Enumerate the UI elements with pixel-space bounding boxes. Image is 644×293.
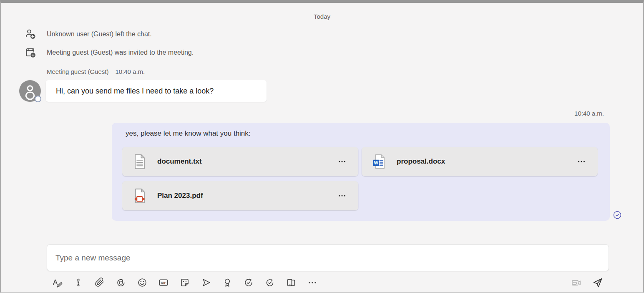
stream-icon[interactable] [200,276,211,289]
video-clip-icon[interactable] [571,276,582,289]
file-more-options-icon[interactable] [574,154,589,169]
composer-toolbar: GIF [51,276,318,289]
file-name: proposal.docx [397,157,574,166]
file-card[interactable]: document.txt [122,147,358,176]
file-card[interactable]: Wproposal.docx [362,147,598,176]
composer-right-actions [571,276,603,289]
attach-icon[interactable] [94,276,105,289]
avatar[interactable] [19,80,41,102]
priority-icon[interactable] [73,276,84,289]
sent-message-bubble: yes, please let me know what you think: … [112,123,610,221]
format-icon[interactable] [51,276,63,289]
sent-message-text: yes, please let me know what you think: [126,129,251,138]
emoji-icon[interactable] [136,276,148,289]
loop-icon[interactable] [115,276,126,289]
sender-name: Meeting guest (Guest) [47,68,108,75]
svg-text:W: W [374,160,379,165]
send-icon[interactable] [592,276,603,289]
message-time: 10:40 a.m. [115,68,145,75]
file-name: document.txt [157,157,335,166]
book-icon[interactable] [285,276,297,289]
docx-file-icon: W [373,154,385,169]
file-name: Plan 2023.pdf [157,192,335,200]
system-message-text: Unknown user (Guest) left the chat. [47,30,152,38]
system-message-text: Meeting guest (Guest) was invited to the… [47,49,194,56]
received-message-bubble: Hi, can you send me files I need to take… [46,80,267,102]
system-message: Unknown user (Guest) left the chat. [24,28,152,40]
sent-message-time: 10:40 a.m. [574,110,604,117]
message-input[interactable] [47,245,609,271]
more-icon[interactable] [307,276,318,289]
calendar-add-icon [24,46,37,59]
file-more-options-icon[interactable] [335,189,349,203]
presence-status-icon [35,96,41,102]
attachment-grid: document.txtWproposal.docxPlan 2023.pdf [122,147,598,210]
praise-icon[interactable] [221,276,233,289]
pdf-file-icon [133,188,146,203]
svg-text:GIF: GIF [161,281,166,285]
message-header: Meeting guest (Guest) 10:40 a.m. [47,68,145,75]
date-divider: Today [1,13,643,20]
approvals-icon[interactable] [243,276,254,289]
read-receipt-icon [613,211,621,219]
txt-file-icon [133,154,146,169]
person-left-icon [24,28,37,40]
message-input-container [47,244,609,271]
file-card[interactable]: Plan 2023.pdf [122,181,358,210]
updates-icon[interactable] [264,276,275,289]
teams-chat-window: { "chat": { "date_divider": "Today", "sy… [0,0,644,293]
file-more-options-icon[interactable] [335,154,349,169]
received-message-text: Hi, can you send me files I need to take… [56,87,214,96]
sticker-icon[interactable] [179,276,190,289]
gif-icon[interactable]: GIF [158,276,169,289]
system-message: Meeting guest (Guest) was invited to the… [24,46,194,59]
